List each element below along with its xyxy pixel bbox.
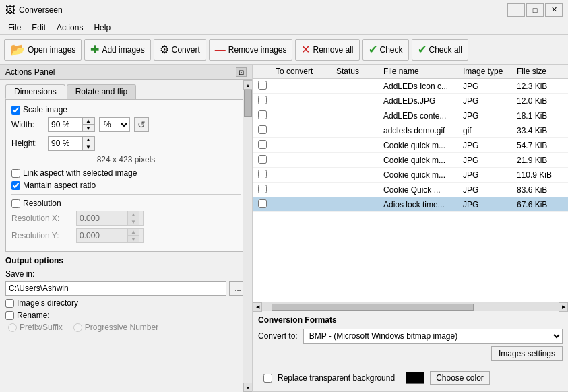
width-value-input[interactable] bbox=[49, 119, 82, 131]
vertical-scrollbar[interactable]: ▲ ▼ bbox=[243, 80, 252, 392]
menu-actions[interactable]: Actions bbox=[51, 22, 88, 34]
link-aspect-checkbox[interactable] bbox=[11, 169, 20, 178]
convert-button[interactable]: ⚙ Convert bbox=[154, 39, 206, 61]
maintain-aspect-checkbox[interactable] bbox=[11, 181, 20, 190]
scale-image-label: Scale image bbox=[23, 105, 67, 115]
progressive-number-option: Progressive Number bbox=[73, 323, 158, 332]
conversion-formats-section: Conversion Formats Convert to: BMP - (Mi… bbox=[253, 311, 568, 392]
header-to-convert: To convert bbox=[273, 67, 334, 76]
table-row[interactable]: Adios lock time... JPG 67.6 KiB bbox=[253, 197, 568, 212]
tab-dimensions[interactable]: Dimensions bbox=[5, 84, 65, 99]
replace-transparent-label: Replace transparent background bbox=[278, 373, 395, 383]
menu-edit[interactable]: Edit bbox=[26, 22, 51, 34]
panel-title-bar: Actions Panel ⊡ bbox=[0, 65, 252, 80]
horizontal-scrollbar[interactable]: ◀ ▶ bbox=[253, 302, 568, 311]
row-checkbox[interactable] bbox=[258, 96, 267, 104]
menu-bar: File Edit Actions Help bbox=[0, 20, 568, 35]
table-row[interactable]: addleds demo.gif gif 33.4 KiB bbox=[253, 123, 568, 138]
table-row[interactable]: Cookie quick m... JPG 54.7 KiB bbox=[253, 138, 568, 153]
images-settings-button[interactable]: Images settings bbox=[491, 346, 563, 361]
choose-color-button[interactable]: Choose color bbox=[430, 371, 490, 385]
width-decrement-button[interactable]: ▼ bbox=[83, 125, 94, 131]
bottom-options-row: Replace transparent background Choose co… bbox=[258, 368, 563, 387]
row-checkbox[interactable] bbox=[258, 185, 267, 193]
row-checkbox[interactable] bbox=[258, 140, 267, 149]
check-all-button[interactable]: ✔ Check all bbox=[412, 39, 468, 61]
width-input[interactable]: ▲ ▼ bbox=[48, 117, 95, 132]
table-row[interactable]: Cookie quick m... JPG 21.9 KiB bbox=[253, 153, 568, 168]
row-checkbox[interactable] bbox=[258, 125, 267, 134]
scroll-down-arrow[interactable]: ▼ bbox=[243, 383, 252, 392]
scroll-right-arrow[interactable]: ▶ bbox=[559, 302, 568, 312]
panel-title: Actions Panel bbox=[5, 67, 55, 77]
remove-all-button[interactable]: ✕ Remove all bbox=[295, 39, 359, 61]
replace-transparent-checkbox[interactable] bbox=[263, 374, 272, 383]
scroll-left-arrow[interactable]: ◀ bbox=[253, 302, 262, 312]
table-row[interactable]: Cookie quick m... JPG 110.9 KiB bbox=[253, 168, 568, 183]
table-row[interactable]: AddLEDs Icon c... JPG 12.3 KiB bbox=[253, 79, 568, 94]
resolution-x-decrement: ▼ bbox=[128, 218, 139, 225]
height-spinner: ▲ ▼ bbox=[82, 137, 94, 150]
main-content: Actions Panel ⊡ Dimensions Rotate and fl… bbox=[0, 65, 568, 392]
save-path-input[interactable] bbox=[5, 281, 226, 296]
header-status: Status bbox=[334, 67, 381, 76]
rename-row: Rename: bbox=[5, 311, 247, 320]
resolution-label: Resolution bbox=[23, 199, 61, 208]
left-panel: Actions Panel ⊡ Dimensions Rotate and fl… bbox=[0, 65, 253, 392]
height-value-input[interactable] bbox=[49, 137, 82, 150]
resolution-y-increment: ▲ bbox=[128, 229, 139, 236]
table-row[interactable]: AddLEDs conte... JPG 18.1 KiB bbox=[253, 108, 568, 123]
h-scroll-thumb[interactable] bbox=[272, 304, 474, 311]
header-filesize: File size bbox=[514, 67, 568, 76]
row-checkbox[interactable] bbox=[258, 110, 267, 119]
panel-restore-button[interactable]: ⊡ bbox=[236, 67, 247, 77]
divider-1 bbox=[11, 194, 241, 195]
height-decrement-button[interactable]: ▼ bbox=[83, 143, 94, 150]
resolution-x-row: Resolution X: ▲ ▼ bbox=[11, 211, 241, 226]
title-bar: 🖼 Converseen — □ ✕ bbox=[0, 0, 568, 20]
progressive-number-radio bbox=[73, 323, 82, 332]
table-row[interactable]: AddLEDs.JPG JPG 12.0 KiB bbox=[253, 94, 568, 108]
progressive-number-label: Progressive Number bbox=[85, 323, 158, 332]
scroll-thumb[interactable] bbox=[244, 90, 252, 117]
open-images-label: Open images bbox=[28, 45, 75, 55]
remove-images-button[interactable]: — Remove images bbox=[209, 39, 293, 61]
check-button[interactable]: ✔ Check bbox=[362, 39, 409, 61]
row-checkbox[interactable] bbox=[258, 155, 267, 164]
rename-label: Rename: bbox=[17, 311, 50, 320]
width-label: Width: bbox=[11, 120, 44, 129]
minimize-button[interactable]: — bbox=[507, 3, 525, 17]
row-checkbox[interactable] bbox=[258, 170, 267, 178]
tab-rotate-flip[interactable]: Rotate and flip bbox=[67, 84, 136, 99]
add-images-button[interactable]: ✚ Add images bbox=[84, 39, 150, 61]
resolution-x-spinner: ▲ ▼ bbox=[127, 211, 139, 225]
convert-label: Convert bbox=[172, 45, 200, 55]
resolution-x-value bbox=[77, 211, 127, 225]
refresh-button[interactable]: ↺ bbox=[134, 117, 149, 132]
unit-select[interactable]: % px cm mm in bbox=[99, 117, 130, 132]
convert-to-label: Convert to: bbox=[258, 331, 298, 341]
tabs-container: Dimensions Rotate and flip bbox=[0, 80, 252, 99]
resolution-checkbox[interactable] bbox=[11, 199, 20, 208]
height-input[interactable]: ▲ ▼ bbox=[48, 136, 95, 151]
maximize-button[interactable]: □ bbox=[526, 3, 544, 17]
scale-image-checkbox[interactable] bbox=[11, 106, 20, 115]
link-aspect-label: Link aspect with selected image bbox=[23, 168, 137, 178]
images-directory-checkbox[interactable] bbox=[5, 299, 14, 308]
close-button[interactable]: ✕ bbox=[545, 3, 563, 17]
scroll-up-arrow[interactable]: ▲ bbox=[243, 80, 252, 90]
row-checkbox[interactable] bbox=[258, 81, 267, 90]
rename-checkbox[interactable] bbox=[5, 311, 14, 320]
save-in-row: ... bbox=[5, 281, 247, 296]
height-increment-button[interactable]: ▲ bbox=[83, 137, 94, 143]
menu-file[interactable]: File bbox=[3, 22, 26, 34]
open-images-button[interactable]: 📂 Open images bbox=[4, 39, 82, 61]
prefix-suffix-option: Prefix/Suffix bbox=[8, 323, 63, 332]
width-increment-button[interactable]: ▲ bbox=[83, 118, 94, 125]
format-select[interactable]: BMP - (Microsoft Windows bitmap image) J… bbox=[303, 329, 563, 344]
table-row[interactable]: Cookie Quick ... JPG 83.6 KiB bbox=[253, 183, 568, 197]
scale-image-row: Scale image bbox=[11, 105, 241, 115]
row-checkbox[interactable] bbox=[258, 199, 267, 208]
menu-help[interactable]: Help bbox=[88, 22, 116, 34]
window-title: Converseen bbox=[19, 5, 507, 15]
